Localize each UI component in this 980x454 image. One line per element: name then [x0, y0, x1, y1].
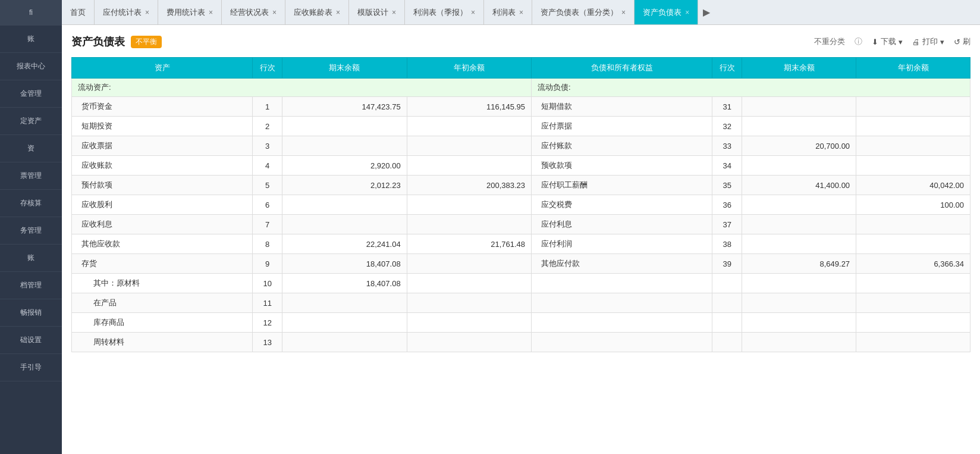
start-balance-left — [407, 117, 531, 136]
end-balance-left — [282, 333, 407, 352]
sidebar-item-archive[interactable]: 档管理 — [0, 272, 62, 299]
sidebar-item-account[interactable]: 账 — [0, 26, 62, 53]
close-icon[interactable]: × — [392, 8, 396, 17]
close-icon[interactable]: × — [336, 8, 340, 17]
close-icon[interactable]: × — [621, 8, 626, 17]
end-balance-left — [282, 195, 407, 215]
close-icon[interactable]: × — [145, 8, 149, 17]
tab-balance-sheet[interactable]: 资产负债表 × — [635, 0, 698, 25]
sidebar-item-fixed-assets[interactable]: 定资产 — [0, 108, 62, 135]
sidebar-item-ledger[interactable]: 账 — [0, 245, 62, 272]
table-row: 在产品 11 — [72, 293, 970, 313]
help-icon[interactable]: ⓘ — [855, 36, 862, 47]
print-button[interactable]: 🖨 打印 ▾ — [912, 36, 944, 47]
row-number-left: 11 — [253, 293, 282, 313]
start-balance-right — [856, 215, 970, 234]
start-balance-left — [407, 136, 531, 156]
col-header-asset: 资产 — [72, 58, 253, 79]
row-number-right — [712, 313, 742, 333]
tab-expense-stats[interactable]: 费用统计表 × — [158, 0, 222, 25]
row-number-right: 39 — [712, 254, 742, 274]
row-number-right: 37 — [712, 215, 742, 234]
row-number-left: 3 — [253, 136, 282, 156]
sidebar-item-expense[interactable]: 畅报销 — [0, 299, 62, 327]
close-icon[interactable]: × — [272, 8, 277, 17]
tab-balance-reclassified[interactable]: 资产负债表（重分类） × — [532, 0, 635, 25]
liability-name: 应付账款 — [532, 136, 712, 156]
row-number-right — [712, 293, 742, 313]
end-balance-left — [282, 313, 407, 333]
sidebar-item-ticket[interactable]: 票管理 — [0, 162, 62, 190]
table-row: 应收股利 6 应交税费 36 100.00 — [72, 195, 970, 215]
sidebar-item-affairs[interactable]: 务管理 — [0, 217, 62, 245]
download-button[interactable]: ⬇ 下载 ▾ — [872, 36, 903, 47]
tab-scroll-right[interactable]: ▶ — [698, 7, 715, 18]
liability-name: 应付票据 — [532, 117, 712, 136]
tab-template-design[interactable]: 模版设计 × — [349, 0, 405, 25]
end-balance-right: 41,400.00 — [742, 176, 856, 195]
end-balance-right: 20,700.00 — [742, 136, 856, 156]
start-balance-right — [856, 136, 970, 156]
end-balance-right — [742, 215, 856, 234]
start-balance-left — [407, 293, 531, 313]
end-balance-right — [742, 274, 856, 293]
page-title-area: 资产负债表 不平衡 — [71, 35, 162, 49]
end-balance-right — [742, 333, 856, 352]
asset-name: 应收利息 — [72, 215, 253, 234]
sidebar-item-fi[interactable]: fi — [0, 0, 62, 26]
start-balance-right — [856, 117, 970, 136]
end-balance-left: 2,012.23 — [282, 176, 407, 195]
start-balance-right: 6,366.34 — [856, 254, 970, 274]
sidebar-item-report-center[interactable]: 报表中心 — [0, 53, 62, 80]
col-header-end-right: 期末余额 — [742, 58, 856, 79]
end-balance-right — [742, 293, 856, 313]
sidebar-item-guide[interactable]: 手引导 — [0, 354, 62, 381]
start-balance-left: 116,145.95 — [407, 97, 531, 117]
start-balance-left — [407, 215, 531, 234]
section-label-left: 流动资产: — [72, 79, 532, 97]
end-balance-right — [742, 195, 856, 215]
row-number-left: 1 — [253, 97, 282, 117]
chevron-down-icon: ▾ — [940, 37, 944, 46]
start-balance-right — [856, 333, 970, 352]
refresh-icon: ↺ — [954, 37, 960, 46]
row-number-left: 9 — [253, 254, 282, 274]
header-actions: 不重分类 ⓘ ⬇ 下载 ▾ 🖨 打印 ▾ ↺ 刷 — [814, 36, 970, 47]
refresh-button[interactable]: ↺ 刷 — [954, 36, 970, 47]
end-balance-left — [282, 136, 407, 156]
table-row: 其他应收款 8 22,241.04 21,761.48 应付利润 38 — [72, 234, 970, 254]
row-number-left: 7 — [253, 215, 282, 234]
status-badge: 不平衡 — [131, 36, 162, 48]
close-icon[interactable]: × — [685, 8, 689, 17]
end-balance-right — [742, 97, 856, 117]
content-area: 资产负债表 不平衡 不重分类 ⓘ ⬇ 下载 ▾ 🖨 打印 ▾ ↺ 刷 — [62, 25, 980, 454]
asset-name: 货币资金 — [72, 97, 253, 117]
tab-home[interactable]: 首页 — [62, 0, 95, 25]
row-number-right: 31 — [712, 97, 742, 117]
close-icon[interactable]: × — [519, 8, 523, 17]
tab-operation-status[interactable]: 经营状况表 × — [222, 0, 285, 25]
start-balance-left — [407, 274, 531, 293]
asset-name: 在产品 — [72, 293, 253, 313]
row-number-right: 32 — [712, 117, 742, 136]
tab-profit[interactable]: 利润表 × — [484, 0, 532, 25]
tab-profit-quarterly[interactable]: 利润表（季报） × — [405, 0, 484, 25]
close-icon[interactable]: × — [209, 8, 213, 17]
asset-name: 预付款项 — [72, 176, 253, 195]
end-balance-left — [282, 293, 407, 313]
sidebar-item-inventory[interactable]: 存核算 — [0, 190, 62, 217]
page-header: 资产负债表 不平衡 不重分类 ⓘ ⬇ 下载 ▾ 🖨 打印 ▾ ↺ 刷 — [71, 35, 970, 49]
sidebar-item-fund[interactable]: 金管理 — [0, 80, 62, 108]
tab-payable-stats[interactable]: 应付统计表 × — [95, 0, 158, 25]
end-balance-right — [742, 117, 856, 136]
sidebar-item-settings[interactable]: 础设置 — [0, 327, 62, 354]
tab-receivable-aging[interactable]: 应收账龄表 × — [285, 0, 349, 25]
row-number-left: 10 — [253, 274, 282, 293]
asset-name: 其中：原材料 — [72, 274, 253, 293]
close-icon[interactable]: × — [471, 8, 475, 17]
end-balance-left — [282, 117, 407, 136]
start-balance-right — [856, 274, 970, 293]
row-number-right: 34 — [712, 156, 742, 176]
sidebar-item-invest[interactable]: 资 — [0, 135, 62, 162]
start-balance-right — [856, 234, 970, 254]
